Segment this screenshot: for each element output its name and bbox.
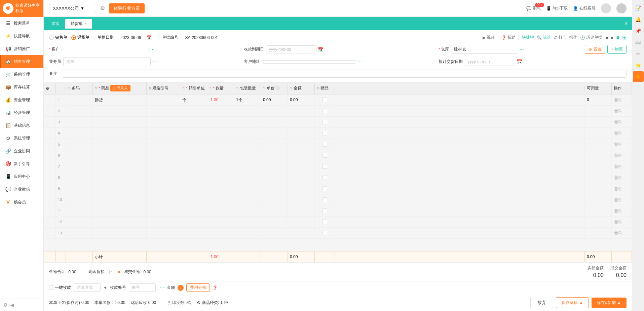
salesperson-dots-icon[interactable]: ··· — [152, 59, 156, 65]
account-input[interactable]: 账号 — [129, 283, 156, 292]
online-service-button[interactable]: 👤 在线客服 — [573, 5, 596, 11]
row7-delete-icon[interactable]: 🗑 — [614, 164, 618, 169]
sidebar-item-purchase[interactable]: 🛒 采购管理 — [0, 68, 43, 81]
expense-question-icon[interactable]: ❓ — [213, 285, 218, 290]
collapse-icon[interactable]: ◀ — [10, 302, 14, 308]
row12-copy-icon[interactable]: ⎘ — [618, 219, 621, 225]
row4-copy-icon[interactable]: ⎘ — [618, 130, 621, 136]
warehouse-input[interactable]: 建材仓 — [451, 45, 518, 54]
sidebar-item-operations[interactable]: 📊 经营管理 — [0, 106, 43, 119]
row2-copy-icon[interactable]: ⎘ — [618, 108, 621, 114]
one-click-checkbox[interactable]: 一键收款 — [49, 285, 71, 290]
sidebar-item-basic[interactable]: 📋 基础信息 — [0, 119, 43, 132]
row1-gift[interactable] — [315, 94, 335, 105]
sidebar-item-wechat[interactable]: 💬 企业微信 — [0, 183, 43, 196]
row8-copy-icon[interactable]: ⎘ — [618, 175, 621, 180]
salesperson-input[interactable]: 选择... — [63, 57, 151, 66]
company-selector[interactable]: XXXXXX公司 ▼ — [49, 4, 96, 13]
save-new-button[interactable]: 保存&新增 ▲ — [592, 298, 627, 308]
header-gear-icon[interactable]: ⚙ — [100, 5, 105, 11]
sidebar-item-member[interactable]: V 畅会员 — [0, 196, 43, 208]
sidebar-item-quick-nav[interactable]: ⚡ 快捷导航 — [0, 30, 43, 42]
filter-link[interactable]: 🔍 筛选 — [537, 35, 551, 40]
account-dots-icon[interactable]: ··· — [160, 285, 164, 291]
sidebar-item-inventory[interactable]: 📦 库存核算 — [0, 81, 43, 93]
row13-copy-icon[interactable]: ⎘ — [618, 230, 621, 236]
sidebar-item-app[interactable]: 📱 应用中心 — [0, 170, 43, 183]
settings-bottom-icon[interactable]: ⚙ — [3, 302, 8, 308]
rs-icon-6[interactable]: ⭐ — [633, 60, 644, 71]
rs-icon-5[interactable]: ✏ — [633, 48, 644, 59]
sidebar-item-guide[interactable]: 🎯 新手引导 — [0, 157, 43, 170]
tab-home[interactable]: 首页 — [46, 19, 65, 29]
row12-delete-icon[interactable]: 🗑 — [614, 219, 618, 225]
row3-delete-icon[interactable]: 🗑 — [614, 119, 618, 125]
total-due-info[interactable]: ⓘ — [112, 300, 116, 306]
row9-delete-icon[interactable]: 🗑 — [614, 186, 618, 191]
rs-icon-4[interactable]: 📖 — [633, 37, 644, 48]
row10-delete-icon[interactable]: 🗑 — [614, 197, 618, 202]
rs-icon-7[interactable]: 🔶 — [633, 71, 644, 82]
app-download-button[interactable]: 📱 App下载 — [546, 5, 568, 11]
rs-icon-1[interactable]: 📝 — [633, 3, 644, 13]
print-link[interactable]: 🖨 打印 — [554, 35, 567, 40]
rs-icon-3[interactable]: 📌 — [633, 26, 644, 36]
address-dots-icon[interactable]: ··· — [357, 59, 362, 65]
row1-copy-icon[interactable]: ⎘ — [618, 97, 621, 103]
sidebar-item-finance[interactable]: 💰 资金管理 — [0, 93, 43, 106]
expense-button[interactable]: 费用分摊 — [186, 283, 210, 292]
prev-icon[interactable]: ◀ — [605, 35, 608, 40]
message-button[interactable]: 💬 消息 99+ — [526, 5, 541, 11]
price-info-icon[interactable]: ⓘ — [276, 85, 280, 91]
payment-add-button[interactable]: + — [178, 285, 184, 291]
sidebar-item-sales[interactable]: 🏠 销售管理 — [0, 55, 43, 68]
sidebar-item-system[interactable]: ⚙ 系统管理 — [0, 132, 43, 145]
setting-button[interactable]: ⚙ 设置 — [585, 45, 605, 54]
return-order-radio[interactable]: 退货单 — [71, 35, 89, 40]
row5-delete-icon[interactable]: 🗑 — [614, 142, 618, 147]
notes-input[interactable] — [62, 70, 627, 78]
next-icon[interactable]: ▶ — [611, 35, 614, 40]
row1-product[interactable]: 拆货 — [93, 94, 147, 105]
th-settings[interactable]: ⚙ — [44, 83, 56, 93]
expected-delivery-input[interactable]: yyyy-mm-dd — [465, 58, 515, 66]
tab-bar-close-icon[interactable]: × — [623, 19, 629, 29]
row7-copy-icon[interactable]: ⎘ — [618, 164, 621, 169]
user-avatar[interactable] — [601, 3, 611, 13]
row13-delete-icon[interactable]: 🗑 — [614, 230, 618, 236]
row10-copy-icon[interactable]: ⎘ — [618, 197, 621, 202]
logistics-button[interactable]: + 物流 — [607, 45, 627, 54]
row4-delete-icon[interactable]: 🗑 — [614, 130, 618, 136]
row1-delete-icon[interactable]: 🗑 — [614, 97, 618, 103]
due-date-input[interactable]: yyyy-mm-dd — [266, 45, 316, 53]
row1-remark[interactable] — [335, 94, 585, 105]
tab-sales-order[interactable]: 销货单 × — [65, 19, 92, 29]
row1-spec[interactable] — [147, 94, 180, 105]
scan-button[interactable]: 扫码录入 — [110, 85, 130, 91]
row6-copy-icon[interactable]: ⎘ — [618, 153, 621, 158]
row1-price[interactable]: 0.00 — [261, 94, 288, 105]
list-view-icon[interactable]: ≡ — [616, 35, 619, 41]
row8-delete-icon[interactable]: 🗑 — [614, 175, 618, 180]
row3-copy-icon[interactable]: ⎘ — [618, 119, 621, 125]
row2-delete-icon[interactable]: 🗑 — [614, 108, 618, 114]
user-avatar-2[interactable] — [616, 3, 627, 13]
row1-amount[interactable]: 0.00 — [288, 94, 315, 105]
video-link[interactable]: ▶ 视频 — [483, 35, 495, 40]
customer-dots-icon[interactable]: ··· — [150, 46, 155, 52]
sidebar-item-search[interactable]: ☰ 搜索菜单 — [0, 17, 43, 30]
expected-delivery-calendar-icon[interactable]: 📅 — [517, 59, 522, 65]
row11-delete-icon[interactable]: 🗑 — [614, 208, 618, 213]
warehouse-dots-icon[interactable]: ··· — [520, 46, 524, 52]
row1-unit[interactable]: 个 — [180, 94, 207, 105]
row1-qty[interactable]: -1.00 — [207, 94, 234, 105]
trial-button[interactable]: 体验行业方案 — [109, 3, 145, 13]
row1-pack-qty[interactable]: 1个 — [234, 94, 261, 105]
row11-copy-icon[interactable]: ⎘ — [618, 208, 621, 213]
calc-method-dropdown-icon[interactable]: ▼ — [103, 285, 107, 290]
sale-order-radio[interactable]: 销售单 — [49, 35, 67, 40]
tab-close-icon[interactable]: × — [85, 22, 87, 26]
rs-icon-2[interactable]: 🔔 — [633, 14, 644, 25]
row1-barcode[interactable] — [66, 94, 93, 105]
history-link[interactable]: 🕐 历史单据 — [580, 35, 602, 40]
